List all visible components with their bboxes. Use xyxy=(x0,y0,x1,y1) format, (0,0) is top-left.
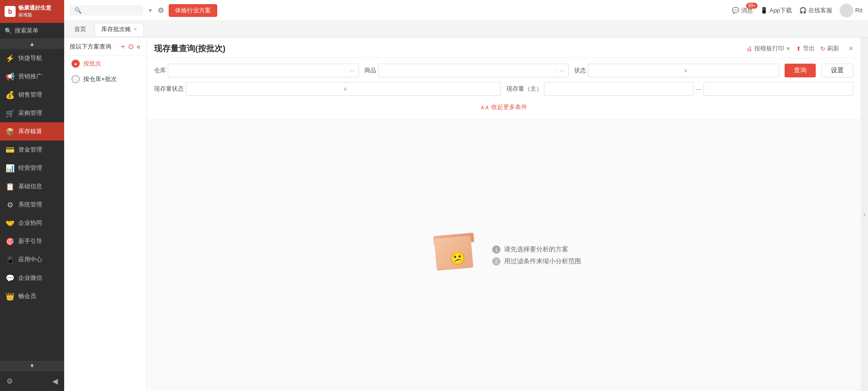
new-guide-icon: 🎯 xyxy=(5,237,15,246)
right-panel-close-btn[interactable]: › xyxy=(861,38,868,391)
sidebar-item-member[interactable]: 👑 畅会员 xyxy=(0,287,64,305)
tab-inventory-batch-label: 库存批次账 xyxy=(101,25,131,33)
sidebar-item-basic-info[interactable]: 📋 基础信息 xyxy=(0,177,64,196)
company-name: 畅康通好生意 xyxy=(18,5,51,12)
scroll-down-btn[interactable]: ▼ xyxy=(0,361,64,371)
status-select[interactable]: ∨ xyxy=(588,64,779,77)
scheme-settings-btn[interactable]: ⊙ xyxy=(128,42,134,51)
topbar-search-box[interactable]: 🔍 xyxy=(70,5,143,16)
topbar: 🔍 ▼ ⚙ 体验行业方案 💬 消息 99+ 📱 App下载 🎧 在线客服 Rit xyxy=(64,0,868,21)
inventory-qty-from[interactable] xyxy=(544,82,694,96)
sidebar-item-finance[interactable]: 💳 资金管理 xyxy=(0,141,64,159)
tab-inventory-batch[interactable]: 库存批次账 × xyxy=(94,23,144,36)
right-content: 现存量查询(按批次) 🖨 按模板打印 ▼ ⬆ 导出 ↻ 刷新 xyxy=(147,38,861,391)
page-content: 按以下方案查询 + ⊙ « ● 按批次 ○ 按仓库+批次 现存量查询(按批次) xyxy=(64,38,868,391)
online-service-btn[interactable]: 🎧 在线客服 xyxy=(799,6,832,15)
scheme-batch-label: 按批次 xyxy=(83,60,101,68)
add-scheme-btn[interactable]: + xyxy=(121,43,125,51)
quick-nav-label: 快捷导航 xyxy=(18,54,42,62)
inventory-status-arrow: ∨ xyxy=(343,86,497,92)
warehouse-dots-icon[interactable]: ··· xyxy=(345,67,358,74)
scheme-batch-icon: ● xyxy=(71,60,80,68)
collapse-filter-btn[interactable]: ∧∧ 收起更多条件 xyxy=(154,100,853,114)
sidebar-item-new-guide[interactable]: 🎯 新手引导 xyxy=(0,232,64,250)
warehouse-input[interactable]: ··· xyxy=(168,64,359,77)
scheme-warehouse-batch-label: 按仓库+批次 xyxy=(83,75,117,83)
tip-number-1: 1 xyxy=(492,245,500,254)
inventory-icon: 📦 xyxy=(5,127,15,136)
inventory-status-filter: 现存量状态 ∨ xyxy=(154,82,501,96)
topbar-search-input[interactable] xyxy=(84,7,130,14)
filter-area: 仓库 ··· 商品 ··· 状态 xyxy=(147,58,861,120)
sidebar-collapse-btn[interactable]: ◀ xyxy=(50,375,60,387)
sidebar-header: b 畅康通好生意 标准版 xyxy=(0,0,64,23)
sidebar-item-app-center[interactable]: 📱 应用中心 xyxy=(0,250,64,269)
print-dropdown-icon[interactable]: ▼ xyxy=(786,46,791,51)
finance-icon: 💳 xyxy=(5,145,15,154)
sidebar-item-quick-nav[interactable]: ⚡ 快捷导航 xyxy=(0,49,64,67)
empty-state: 😕 1 请先选择要分析的方案 2 用过滤条件来缩小分析范围 xyxy=(147,120,861,391)
product-input[interactable]: ··· xyxy=(378,64,569,77)
sidebar-item-inventory[interactable]: 📦 库存核算 xyxy=(0,122,64,141)
tab-inventory-batch-close[interactable]: × xyxy=(134,26,137,33)
enterprise-icon: 🤝 xyxy=(5,218,15,228)
enterprise-label: 企业协同 xyxy=(18,219,42,227)
user-menu[interactable]: Rit xyxy=(840,4,863,17)
sidebar-item-operations[interactable]: 📊 经营管理 xyxy=(0,159,64,177)
message-btn[interactable]: 💬 消息 99+ xyxy=(732,6,753,15)
status-arrow-icon: ∨ xyxy=(684,67,775,74)
product-text-input[interactable] xyxy=(379,67,555,74)
sidebar: b 畅康通好生意 标准版 🔍 搜索菜单 ▲ ⚡ 快捷导航 📢 营销推广 💰 销售… xyxy=(0,0,64,391)
basic-info-icon: 📋 xyxy=(5,182,15,191)
sidebar-item-sales[interactable]: 💰 销售管理 xyxy=(0,86,64,104)
sidebar-item-marketing[interactable]: 📢 营销推广 xyxy=(0,67,64,86)
topbar-gear-icon[interactable]: ⚙ xyxy=(158,6,164,15)
product-dots-icon[interactable]: ··· xyxy=(555,67,569,74)
sidebar-item-enterprise[interactable]: 🤝 企业协同 xyxy=(0,214,64,232)
scheme-warehouse-batch-icon: ○ xyxy=(71,75,80,83)
right-panel-close-icon: › xyxy=(863,211,866,218)
inventory-qty-filter: 现存量（主） — xyxy=(506,82,853,96)
finance-label: 资金管理 xyxy=(18,146,42,154)
status-filter: 状态 ∨ xyxy=(574,64,779,77)
sidebar-item-system[interactable]: ⚙ 系统管理 xyxy=(0,196,64,214)
query-btn[interactable]: 查询 xyxy=(785,64,816,77)
inventory-status-select[interactable]: ∨ xyxy=(186,82,501,96)
status-label: 状态 xyxy=(574,66,588,75)
app-download-btn[interactable]: 📱 App下载 xyxy=(760,6,792,15)
sidebar-search[interactable]: 🔍 搜索菜单 xyxy=(0,23,64,39)
scroll-up-btn[interactable]: ▲ xyxy=(0,39,64,49)
collapse-panel-btn[interactable]: « xyxy=(137,43,141,51)
warehouse-text-input[interactable] xyxy=(168,67,345,74)
tip-item-1: 1 请先选择要分析的方案 xyxy=(492,245,581,254)
tabs-bar: 首页 库存批次账 × xyxy=(64,21,868,38)
collapse-arrows-icon: ∧∧ xyxy=(480,104,489,111)
export-btn[interactable]: ⬆ 导出 xyxy=(796,44,815,53)
inventory-status-label: 现存量状态 xyxy=(154,85,186,93)
sidebar-nav: ⚡ 快捷导航 📢 营销推广 💰 销售管理 🛒 采购管理 📦 库存核算 💳 资金管… xyxy=(0,49,64,361)
tab-home[interactable]: 首页 xyxy=(68,23,93,36)
system-label: 系统管理 xyxy=(18,201,42,209)
refresh-icon: ↻ xyxy=(820,45,825,52)
scheme-warehouse-batch[interactable]: ○ 按仓库+批次 xyxy=(64,71,146,87)
inventory-qty-label: 现存量（主） xyxy=(506,85,544,93)
close-page-btn[interactable]: × xyxy=(848,44,853,54)
print-btn[interactable]: 🖨 按模板打印 ▼ xyxy=(747,44,791,53)
scheme-batch[interactable]: ● 按批次 xyxy=(64,56,146,71)
warehouse-label: 仓库 xyxy=(154,66,168,75)
inventory-label: 库存核算 xyxy=(18,127,42,136)
app-download-label: App下载 xyxy=(769,6,792,15)
user-name: Rit xyxy=(855,7,863,14)
filter-settings-btn[interactable]: 设置 xyxy=(821,64,853,77)
export-label: 导出 xyxy=(803,44,815,53)
topbar-chevron-icon[interactable]: ▼ xyxy=(148,7,153,14)
empty-box-face: 😕 xyxy=(449,250,467,266)
sidebar-item-wechat[interactable]: 💬 企业微信 xyxy=(0,269,64,287)
filter-row-1: 仓库 ··· 商品 ··· 状态 xyxy=(154,64,853,77)
trial-btn[interactable]: 体验行业方案 xyxy=(169,4,217,17)
sidebar-gear-btn[interactable]: ⚙ xyxy=(5,375,15,387)
page-title-actions: 🖨 按模板打印 ▼ ⬆ 导出 ↻ 刷新 × xyxy=(747,44,853,54)
refresh-btn[interactable]: ↻ 刷新 xyxy=(820,44,839,53)
sidebar-item-purchase[interactable]: 🛒 采购管理 xyxy=(0,104,64,122)
inventory-qty-to[interactable] xyxy=(703,82,853,96)
